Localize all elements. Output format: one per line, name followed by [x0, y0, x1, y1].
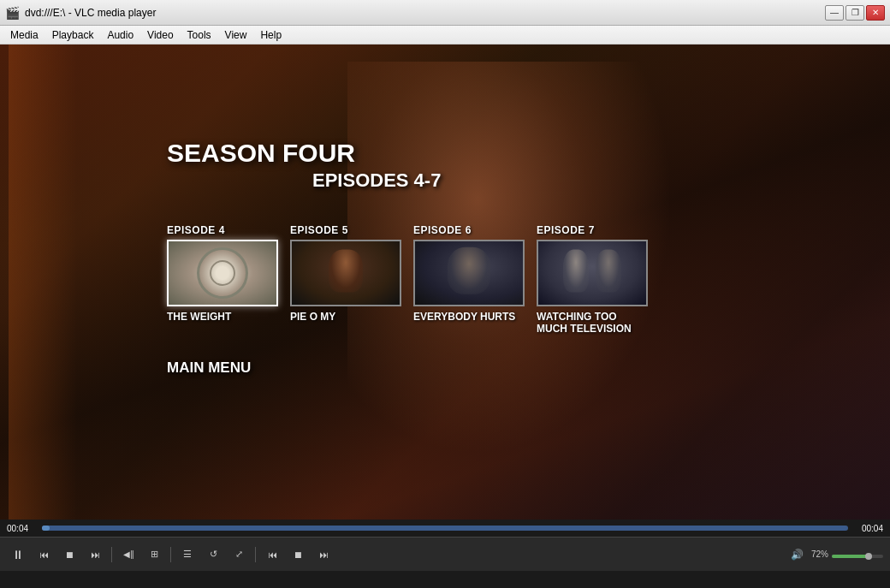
minimize-button[interactable]: —: [825, 5, 844, 21]
season-title: SEASON FOUR: [167, 139, 864, 168]
progress-area: 00:04 00:04: [0, 520, 890, 537]
stop2-button[interactable]: ⏹: [287, 543, 309, 566]
restore-button[interactable]: ❐: [846, 5, 864, 21]
episode-4-item[interactable]: EPISODE 4 THE WEIGHT: [167, 224, 278, 336]
episode-7-thumb[interactable]: [537, 240, 648, 306]
episode-4-label: EPISODE 4: [167, 224, 225, 236]
progress-fill: [42, 526, 50, 531]
prev-chapter-button[interactable]: ⏮: [33, 543, 55, 566]
shuffle-button[interactable]: ⤢: [228, 543, 250, 566]
volume-slider[interactable]: [832, 549, 883, 560]
next-chapter-button[interactable]: ⏭: [84, 543, 106, 566]
menu-audio[interactable]: Audio: [100, 27, 140, 43]
volume-icon: 🔊: [791, 549, 804, 561]
prev-media-button[interactable]: ⏮: [261, 543, 283, 566]
stop-button[interactable]: ⏹: [58, 543, 80, 566]
episode-7-name: WATCHING TOO MUCH TELEVISION: [537, 311, 648, 336]
progress-bar[interactable]: [42, 526, 848, 531]
volume-knob[interactable]: [865, 553, 872, 560]
controls-bar: ⏸ ⏮ ⏹ ⏭ ◀‖ ⊞ ☰ ↺ ⤢ ⏮ ⏹ ⏭ 🔊 72%: [0, 537, 890, 571]
loop-button[interactable]: ↺: [202, 543, 224, 566]
menu-view[interactable]: View: [218, 27, 254, 43]
app-icon: 🎬: [5, 6, 20, 20]
episode-5-name: PIE O MY: [290, 311, 335, 323]
equalizer-button[interactable]: ⊞: [143, 543, 165, 566]
episode-6-item[interactable]: EPISODE 6 EVERYBODY HURTS: [413, 224, 525, 336]
play-pause-button[interactable]: ⏸: [7, 543, 29, 566]
menu-tools[interactable]: Tools: [181, 27, 218, 43]
menu-playback[interactable]: Playback: [45, 27, 101, 43]
dvd-menu-content: SEASON FOUR EPISODES 4-7 EPISODE 4 THE W…: [0, 45, 890, 520]
playlist-button[interactable]: ☰: [176, 543, 199, 566]
volume-fill: [832, 555, 869, 558]
title-bar: 🎬 dvd:///E:\ - VLC media player — ❐ ✕: [0, 0, 890, 26]
main-menu-button[interactable]: MAIN MENU: [167, 359, 864, 377]
title-buttons: — ❐ ✕: [825, 5, 885, 21]
title-left: 🎬 dvd:///E:\ - VLC media player: [5, 6, 156, 20]
separator-1: [111, 547, 112, 562]
separator-3: [255, 547, 256, 562]
episode-7-item[interactable]: EPISODE 7 WATCHING TOO MUCH TELEVISION: [537, 224, 648, 336]
video-area[interactable]: SEASON FOUR EPISODES 4-7 EPISODE 4 THE W…: [0, 45, 890, 520]
episode-6-label: EPISODE 6: [413, 224, 472, 236]
episode-4-name: THE WEIGHT: [167, 311, 231, 323]
separator-2: [170, 547, 171, 562]
episode-7-label: EPISODE 7: [537, 224, 595, 236]
time-current: 00:04: [7, 524, 37, 533]
close-button[interactable]: ✕: [866, 5, 885, 21]
next-media-button[interactable]: ⏭: [312, 543, 335, 566]
episode-5-item[interactable]: EPISODE 5 PIE O MY: [290, 224, 401, 336]
episodes-subtitle: EPISODES 4-7: [312, 169, 864, 192]
episode-4-thumb[interactable]: [167, 240, 278, 306]
frame-back-button[interactable]: ◀‖: [117, 543, 139, 566]
menu-bar: Media Playback Audio Video Tools View He…: [0, 26, 890, 45]
menu-media[interactable]: Media: [3, 27, 45, 43]
menu-video[interactable]: Video: [140, 27, 180, 43]
menu-help[interactable]: Help: [253, 27, 288, 43]
episode-5-label: EPISODE 5: [290, 224, 348, 236]
volume-label: 72%: [807, 549, 828, 559]
episodes-row: EPISODE 4 THE WEIGHT EPISODE 5: [167, 224, 864, 336]
volume-area: 🔊 72%: [791, 549, 883, 561]
episode-6-name: EVERYBODY HURTS: [413, 311, 515, 323]
episode-6-thumb[interactable]: [413, 240, 525, 306]
time-total: 00:04: [853, 524, 883, 533]
episode-5-thumb[interactable]: [290, 240, 401, 306]
title-text: dvd:///E:\ - VLC media player: [25, 7, 156, 19]
